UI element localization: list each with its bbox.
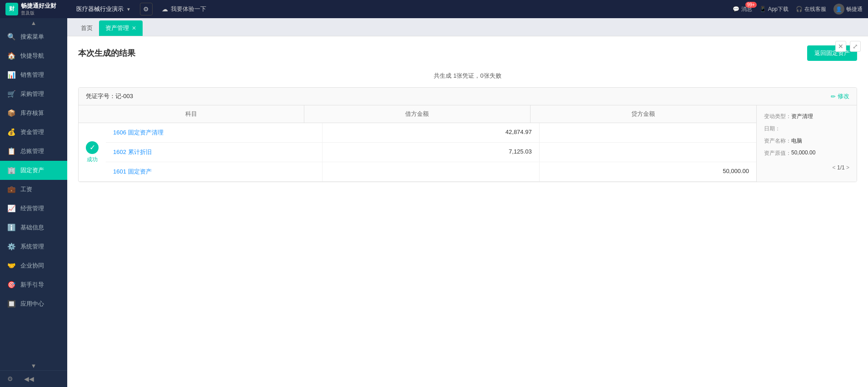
logo-icon: 财 [5, 3, 18, 15]
gear-button[interactable]: ⚙ [140, 3, 153, 15]
app-download-label: App下载 [768, 5, 789, 13]
asset-name-value: 电脑 [791, 137, 802, 145]
top-header: 财 畅捷通好业财 普及版 医疗器械行业演示 ▼ ⚙ ☁ 我要体验一下 💬 消息 … [0, 0, 868, 18]
sidebar-settings-icon[interactable]: ⚙ [7, 375, 13, 382]
sidebar-item-label: 企业协同 [20, 262, 44, 270]
sidebar-item-payroll[interactable]: 💼 工资 [0, 180, 67, 199]
change-type-label: 变动类型： [764, 113, 791, 120]
pagination-info: 1/1 [837, 164, 846, 171]
sidebar-item-label: 经营管理 [20, 204, 44, 213]
sidebar-item-label: 库存核算 [20, 109, 44, 117]
sidebar-item-collaboration[interactable]: 🤝 企业协同 [0, 256, 67, 275]
sidebar-item-app-center[interactable]: 🔲 应用中心 [0, 294, 67, 313]
info-icon: ℹ️ [7, 223, 16, 232]
sidebar-item-label: 系统管理 [20, 243, 44, 251]
sidebar-item-system[interactable]: ⚙️ 系统管理 [0, 237, 67, 256]
message-button[interactable]: 💬 消息 99+ [733, 5, 752, 13]
tab-home-label: 首页 [81, 24, 93, 32]
sidebar-nav: 🔍 搜索菜单 🏠 快捷导航 📊 销售管理 🛒 采购管理 📦 库存核算 💰 [0, 27, 67, 361]
tab-assets-management[interactable]: 资产管理 ✕ [99, 20, 143, 36]
td-debit-0: 42,874.97 [322, 123, 539, 142]
tab-bar: 首页 资产管理 ✕ [67, 18, 868, 36]
sidebar-item-label: 搜索菜单 [20, 33, 44, 41]
sidebar-item-purchase[interactable]: 🛒 采购管理 [0, 84, 67, 104]
pagination: < 1/1 > [764, 164, 849, 171]
tab-home[interactable]: 首页 [74, 20, 99, 36]
expand-window-button[interactable]: ⤢ [850, 41, 861, 52]
collaboration-icon: 🤝 [7, 262, 16, 270]
sidebar-item-ledger[interactable]: 📋 总账管理 [0, 142, 67, 161]
sidebar-item-sales[interactable]: 📊 销售管理 [0, 65, 67, 84]
sidebar-item-label: 工资 [20, 185, 32, 194]
table-row: 1602 累计折旧 7,125.03 [106, 143, 756, 162]
info-original-value: 资产原值： 50,000.00 [764, 149, 849, 157]
td-credit-1 [540, 143, 756, 162]
sidebar-item-inventory[interactable]: 📦 库存核算 [0, 104, 67, 123]
sidebar-item-operations[interactable]: 📈 经营管理 [0, 199, 67, 218]
table-row-wrapper: ✓ 成功 1606 固定资产清理 42,874.97 160 [79, 123, 756, 182]
tab-assets-label: 资产管理 [105, 24, 129, 32]
app-download-button[interactable]: 📱 App下载 [759, 5, 789, 13]
header-center: 医疗器械行业演示 ▼ ⚙ ☁ 我要体验一下 [73, 3, 733, 15]
change-type-value: 资产清理 [791, 113, 813, 120]
sidebar-bottom: ⚙ ◀◀ [0, 370, 67, 387]
content-area: 首页 资产管理 ✕ ✕ ⤢ 本次生成的结果 返回固定资产 共生成 1张凭证，0张… [67, 18, 868, 387]
side-info-panel: 变动类型： 资产清理 日期： 资产名称： 电脑 资产原值： [757, 105, 857, 182]
sidebar-item-guide[interactable]: 🎯 新手引导 [0, 275, 67, 294]
edit-icon: ✏ [831, 93, 836, 100]
original-value-label: 资产原值： [764, 149, 791, 157]
company-name: 医疗器械行业演示 [76, 5, 124, 13]
fixed-assets-icon: 🏢 [7, 166, 16, 174]
success-text: 成功 [87, 156, 98, 164]
voucher-body: 科目 借方金额 贷方金额 ✓ 成功 160 [79, 105, 857, 182]
logo-text: 畅捷通好业财 普及版 [21, 2, 56, 16]
sidebar-scroll-up[interactable]: ▲ [0, 18, 67, 27]
experience-text: 我要体验一下 [171, 5, 206, 13]
sidebar-item-label: 采购管理 [20, 90, 44, 98]
sidebar-item-funds[interactable]: 💰 资金管理 [0, 123, 67, 142]
online-service-button[interactable]: 🎧 在线客服 [796, 5, 826, 13]
sidebar-item-fixed-assets[interactable]: 🏢 固定资产 [0, 161, 67, 180]
payroll-icon: 💼 [7, 185, 16, 194]
purchase-icon: 🛒 [7, 90, 16, 98]
logo-area: 财 畅捷通好业财 普及版 [5, 2, 73, 16]
tab-close-icon[interactable]: ✕ [132, 25, 136, 31]
close-window-button[interactable]: ✕ [835, 41, 846, 52]
sidebar-item-search[interactable]: 🔍 搜索菜单 [0, 27, 67, 46]
avatar: 👤 [833, 4, 844, 15]
sidebar-item-label: 基础信息 [20, 223, 44, 232]
online-service-label: 在线客服 [804, 5, 826, 13]
sidebar-item-label: 资金管理 [20, 128, 44, 136]
original-value-value: 50,000.00 [791, 149, 815, 157]
summary-text: 共生成 1张凭证，0张失败 [78, 72, 857, 80]
success-indicator: ✓ 成功 [79, 132, 106, 173]
page-content: ✕ ⤢ 本次生成的结果 返回固定资产 共生成 1张凭证，0张失败 凭证字号：记-… [67, 36, 868, 387]
th-credit: 贷方金额 [531, 105, 756, 123]
edit-button[interactable]: ✏ 修改 [831, 92, 849, 100]
company-selector[interactable]: 医疗器械行业演示 ▼ [73, 3, 134, 15]
sidebar-item-label: 销售管理 [20, 71, 44, 79]
dropdown-arrow-icon: ▼ [126, 7, 131, 12]
search-icon: 🔍 [7, 33, 16, 41]
message-icon: 💬 [733, 6, 739, 12]
sidebar-collapse-icon[interactable]: ◀◀ [24, 375, 34, 382]
sidebar-item-label: 快捷导航 [20, 52, 44, 60]
pagination-next-icon[interactable]: > [846, 164, 849, 171]
message-badge: 99+ [745, 2, 757, 8]
sidebar-item-label: 固定资产 [20, 166, 44, 174]
td-subject-0: 1606 固定资产清理 [106, 123, 322, 142]
pagination-prev-icon[interactable]: < [833, 164, 836, 171]
sidebar-item-quicknav[interactable]: 🏠 快捷导航 [0, 46, 67, 65]
system-icon: ⚙️ [7, 243, 16, 251]
date-label: 日期： [764, 125, 791, 133]
page-title: 本次生成的结果 [78, 48, 135, 59]
table-row: 1601 固定资产 50,000.00 [106, 162, 756, 181]
success-circle: ✓ [86, 141, 99, 154]
sidebar-scroll-down[interactable]: ▼ [0, 361, 67, 370]
sidebar-item-basic-info[interactable]: ℹ️ 基础信息 [0, 218, 67, 237]
table-header: 科目 借方金额 贷方金额 [79, 105, 756, 123]
td-subject-1: 1602 累计折旧 [106, 143, 322, 162]
th-debit: 借方金额 [304, 105, 530, 123]
user-area[interactable]: 👤 畅捷通 [833, 4, 863, 15]
experience-button[interactable]: ☁ 我要体验一下 [158, 3, 210, 15]
